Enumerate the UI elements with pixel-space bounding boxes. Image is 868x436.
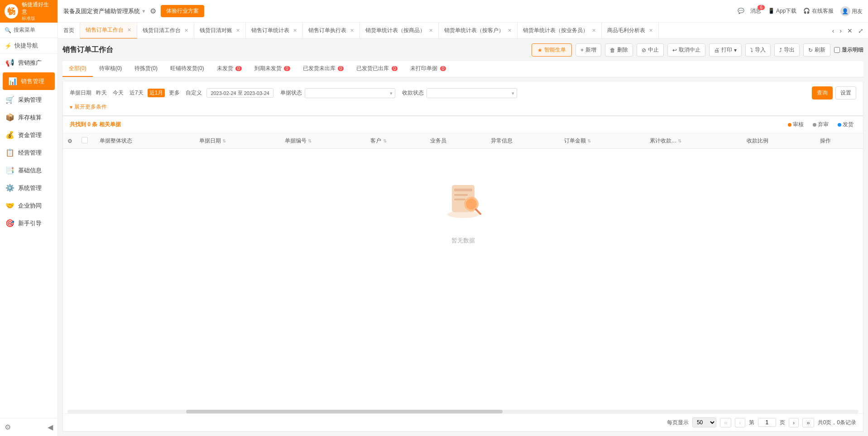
filter-tab-not-printed[interactable]: 未打印单据 0: [404, 61, 452, 77]
tab-close-stats-customer[interactable]: ✕: [508, 28, 512, 33]
settings-icon[interactable]: ⚙: [5, 423, 11, 431]
th-checkbox[interactable]: [77, 133, 95, 149]
th-collected[interactable]: 累计收款... ⇅: [645, 133, 742, 149]
filter-tab-shipped-out[interactable]: 已发货已出库 0: [350, 61, 404, 77]
add-button[interactable]: + 新增: [575, 43, 601, 57]
sidebar-item-system[interactable]: ⚙️ 系统管理: [0, 179, 58, 197]
shortcut-yesterday[interactable]: 昨天: [94, 89, 109, 97]
collapse-icon[interactable]: ◀: [48, 423, 53, 431]
select-all-checkbox[interactable]: [82, 137, 88, 143]
gear-icon[interactable]: ⚙: [150, 7, 156, 15]
filter-tab-pending-pick[interactable]: 待拣货(0): [128, 61, 164, 77]
filter-tab-expired[interactable]: 到期未发货 0: [248, 61, 297, 77]
payment-select[interactable]: [427, 88, 517, 98]
tab-sales-exec[interactable]: 销售订单执行表 ✕: [303, 23, 360, 39]
tab-close-all-btn[interactable]: ✕: [845, 26, 855, 35]
tab-close-margin[interactable]: ✕: [649, 28, 653, 33]
filter-tab-all[interactable]: 全部(0): [62, 61, 93, 77]
sidebar-item-sales[interactable]: 📊 销售管理: [3, 72, 55, 90]
user-menu[interactable]: 👤 用友: [840, 6, 863, 16]
prev-page-btn[interactable]: ‹: [735, 418, 745, 427]
tab-cash-daily[interactable]: 钱货日清工作台 ✕: [137, 23, 194, 39]
shortcut-7days[interactable]: 近7天: [128, 89, 145, 97]
tab-cash-reconcile[interactable]: 钱货日清对账 ✕: [194, 23, 246, 39]
show-detail-checkbox[interactable]: 显示明细: [834, 46, 863, 54]
ship-btn[interactable]: 发货: [835, 120, 856, 129]
import-button[interactable]: ⤵ 导入: [745, 43, 771, 57]
sidebar-item-purchase[interactable]: 🛒 采购管理: [0, 91, 58, 109]
solution-button[interactable]: 体验行业方案: [161, 5, 204, 17]
tab-sales-stats-product[interactable]: 销货单统计表（按商品） ✕: [360, 23, 439, 39]
tab-close-sales-exec[interactable]: ✕: [350, 28, 354, 33]
tab-home[interactable]: 首页: [58, 23, 80, 39]
review-btn[interactable]: 审核: [785, 120, 806, 129]
cancel-review-btn[interactable]: 弃审: [810, 120, 831, 129]
stop-button[interactable]: ⊘ 中止: [637, 43, 664, 57]
tab-close-stats-staff[interactable]: ✕: [592, 28, 596, 33]
tab-next-btn[interactable]: ›: [837, 26, 844, 35]
online-service[interactable]: 🎧 在线客服: [803, 7, 833, 15]
filter-tab-pending-review[interactable]: 待审核(0): [93, 61, 129, 77]
th-collected-label: 累计收款...: [650, 137, 676, 144]
print-button[interactable]: 🖨 打印 ▾: [709, 43, 742, 57]
th-customer[interactable]: 客户 ⇅: [366, 133, 426, 149]
th-date[interactable]: 单据日期 ⇅: [195, 133, 280, 149]
sidebar-item-enterprise[interactable]: 🤝 企业协同: [0, 197, 58, 214]
sidebar-item-basic[interactable]: 📑 基础信息: [0, 161, 58, 179]
query-button[interactable]: 查询: [812, 86, 833, 100]
cancel-stop-button[interactable]: ↩ 取消中止: [667, 43, 705, 57]
th-number[interactable]: 单据编号 ⇅: [280, 133, 366, 149]
page-size-label: 每页显示: [667, 419, 689, 427]
filter-tab-not-shipped[interactable]: 未发货 0: [211, 61, 248, 77]
tab-sales-stats-customer[interactable]: 销货单统计表（按客户） ✕: [439, 23, 518, 39]
tab-sales-stats-staff[interactable]: 销货单统计表（按业务员） ✕: [518, 23, 602, 39]
th-amount[interactable]: 订单金额 ⇅: [560, 133, 645, 149]
last-page-btn[interactable]: »: [802, 418, 814, 427]
filter-tab-wangpu[interactable]: 旺铺待发货(0): [164, 61, 211, 77]
settings-button[interactable]: 设置: [835, 86, 856, 100]
refresh-button[interactable]: ↻ 刷新: [803, 43, 830, 57]
tab-prev-btn[interactable]: ‹: [830, 26, 837, 35]
tab-sales-stats[interactable]: 销售订单统计表 ✕: [246, 23, 303, 39]
sidebar-item-inventory[interactable]: 📦 库存核算: [0, 109, 58, 126]
sidebar-search[interactable]: 🔍 搜索菜单: [0, 23, 58, 38]
status-select[interactable]: [305, 88, 395, 98]
expand-conditions-button[interactable]: ▾ 展开更多条件: [70, 103, 856, 111]
tab-close-cash-daily[interactable]: ✕: [184, 28, 188, 33]
tab-sales-order-workbench[interactable]: 销售订单工作台 ✕: [80, 23, 137, 39]
dropdown-icon[interactable]: ▾: [142, 8, 145, 14]
scrollbar-thumb[interactable]: [186, 410, 503, 413]
th-salesperson: 业务员: [426, 133, 486, 149]
date-input[interactable]: 2023-02-24 至 2023-03-24: [206, 88, 273, 98]
sidebar-item-operations[interactable]: 📋 经营管理: [0, 144, 58, 161]
tab-maximize-btn[interactable]: ⤢: [856, 26, 866, 35]
smart-create-button[interactable]: ★ 智能生单: [532, 43, 572, 57]
page-input[interactable]: [758, 418, 776, 427]
first-page-btn[interactable]: «: [720, 418, 731, 427]
tab-close-stats-product[interactable]: ✕: [429, 28, 433, 33]
sidebar-item-quick-nav[interactable]: ⚡ 快捷导航: [0, 38, 58, 54]
print-dropdown-icon[interactable]: ▾: [734, 47, 737, 53]
tab-product-margin[interactable]: 商品毛利分析表 ✕: [602, 23, 659, 39]
settings-label: 设置: [840, 89, 851, 97]
sidebar-item-guide[interactable]: 🎯 新手引导: [0, 214, 58, 232]
shortcut-more[interactable]: 更多: [167, 89, 182, 97]
sidebar-item-finance[interactable]: 💰 资金管理: [0, 126, 58, 144]
shortcut-custom[interactable]: 自定义: [184, 89, 204, 97]
tab-close-sales-order[interactable]: ✕: [127, 27, 131, 33]
detail-checkbox-input[interactable]: [834, 47, 840, 53]
table-gear-icon[interactable]: ⚙: [67, 138, 72, 144]
app-download[interactable]: 📱 App下载: [768, 7, 796, 15]
tab-close-cash-reconcile[interactable]: ✕: [236, 28, 240, 33]
filter-tab-shipped-not-out[interactable]: 已发货未出库 0: [297, 61, 350, 77]
sidebar-item-marketing[interactable]: 📢 营销推广: [0, 54, 58, 71]
next-page-btn[interactable]: ›: [789, 418, 799, 427]
tab-close-sales-stats[interactable]: ✕: [293, 28, 297, 33]
page-size-select[interactable]: 50 20 100: [692, 417, 716, 427]
message-badge[interactable]: 💬 6 消息: [738, 7, 761, 15]
horizontal-scrollbar[interactable]: [67, 410, 858, 413]
shortcut-1month[interactable]: 近1月: [148, 89, 165, 97]
export-button[interactable]: ⤴ 导出: [774, 43, 800, 57]
shortcut-today[interactable]: 今天: [111, 89, 125, 97]
delete-button[interactable]: 🗑 删除: [605, 43, 633, 57]
